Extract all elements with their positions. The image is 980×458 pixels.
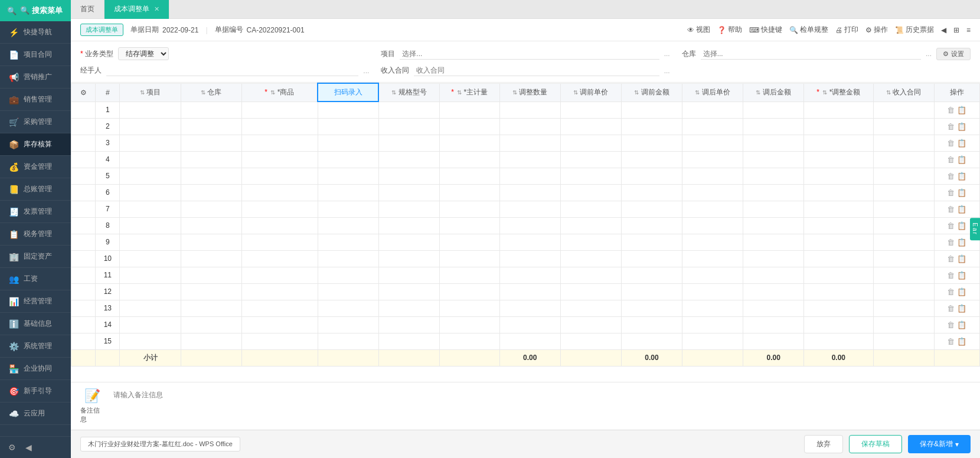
row-income-contract[interactable] — [873, 316, 934, 333]
row-product[interactable] — [241, 217, 318, 234]
row-amount-before[interactable] — [621, 135, 682, 151]
settings-icon[interactable]: ⚙ — [8, 443, 16, 452]
row-scan[interactable] — [318, 118, 378, 135]
row-spec[interactable] — [378, 267, 439, 283]
row-project[interactable] — [120, 300, 181, 316]
row-project[interactable] — [120, 250, 181, 267]
save-new-dropdown-icon[interactable]: ▾ — [955, 440, 959, 449]
row-copy-btn[interactable]: 📋 — [957, 106, 966, 114]
nav-grid-btn[interactable]: ⊞ — [953, 26, 959, 34]
row-scan[interactable] — [318, 168, 378, 184]
row-warehouse[interactable] — [181, 333, 241, 349]
row-product[interactable] — [241, 168, 318, 184]
row-unit[interactable] — [439, 184, 499, 201]
sidebar-item-tax-mgmt[interactable]: 📋 税务管理 — [0, 223, 71, 246]
row-price-after[interactable] — [682, 267, 743, 283]
row-amount-before[interactable] — [621, 267, 682, 283]
row-income-contract[interactable] — [873, 118, 934, 135]
row-amount-after[interactable] — [743, 102, 804, 118]
row-product[interactable] — [241, 267, 318, 283]
income-contract-dots[interactable]: ... — [664, 67, 670, 75]
row-project[interactable] — [120, 283, 181, 300]
collapse-icon[interactable]: ◀ — [25, 443, 32, 452]
table-row[interactable]: 12 🗑 📋 — [71, 283, 980, 300]
nav-prev-btn[interactable]: ◀ — [941, 26, 946, 34]
row-delete-btn[interactable]: 🗑 — [947, 188, 955, 197]
row-delete-btn[interactable]: 🗑 — [947, 106, 955, 114]
row-price-before[interactable] — [560, 300, 621, 316]
row-qty[interactable] — [499, 201, 560, 217]
table-row[interactable]: 14 🗑 📋 — [71, 316, 980, 333]
row-adjust-amount[interactable] — [804, 333, 873, 349]
row-scan[interactable] — [318, 135, 378, 151]
tab-home[interactable]: 首页 — [71, 0, 104, 19]
row-amount-before[interactable] — [621, 316, 682, 333]
row-copy-btn[interactable]: 📋 — [957, 155, 966, 164]
row-qty[interactable] — [499, 135, 560, 151]
row-income-contract[interactable] — [873, 217, 934, 234]
row-delete-btn[interactable]: 🗑 — [947, 271, 955, 280]
row-copy-btn[interactable]: 📋 — [957, 221, 966, 230]
th-product[interactable]: ⇅ *商品 — [241, 83, 318, 102]
sidebar-item-invoice-mgmt[interactable]: 🧾 发票管理 — [0, 201, 71, 223]
number-value[interactable]: CA-20220921-001 — [247, 26, 305, 34]
sidebar-item-inventory[interactable]: 📦 库存核算 — [0, 133, 71, 156]
th-price-before[interactable]: ⇅ 调前单价 — [560, 83, 621, 102]
row-price-before[interactable] — [560, 102, 621, 118]
row-warehouse[interactable] — [181, 201, 241, 217]
row-qty[interactable] — [499, 283, 560, 300]
row-spec[interactable] — [378, 151, 439, 168]
row-copy-btn[interactable]: 📋 — [957, 271, 966, 280]
row-unit[interactable] — [439, 168, 499, 184]
row-unit[interactable] — [439, 135, 499, 151]
row-amount-before[interactable] — [621, 300, 682, 316]
th-project[interactable]: ⇅ 项目 — [120, 83, 181, 102]
row-price-after[interactable] — [682, 250, 743, 267]
print-action[interactable]: 🖨 打印 — [835, 25, 858, 35]
row-warehouse[interactable] — [181, 316, 241, 333]
row-unit[interactable] — [439, 234, 499, 250]
row-delete-btn[interactable]: 🗑 — [947, 172, 955, 181]
row-amount-before[interactable] — [621, 184, 682, 201]
row-product[interactable] — [241, 201, 318, 217]
row-scan[interactable] — [318, 316, 378, 333]
row-unit[interactable] — [439, 283, 499, 300]
row-product[interactable] — [241, 135, 318, 151]
row-price-before[interactable] — [560, 283, 621, 300]
row-adjust-amount[interactable] — [804, 250, 873, 267]
row-spec[interactable] — [378, 316, 439, 333]
row-scan[interactable] — [318, 250, 378, 267]
check-order-action[interactable]: 🔍 检单规整 — [789, 25, 828, 35]
row-qty[interactable] — [499, 316, 560, 333]
history-action[interactable]: 📜 历史票据 — [895, 25, 934, 35]
row-spec[interactable] — [378, 168, 439, 184]
row-product[interactable] — [241, 234, 318, 250]
row-amount-before[interactable] — [621, 333, 682, 349]
th-settings[interactable]: ⚙ — [71, 83, 96, 102]
row-scan[interactable] — [318, 234, 378, 250]
settings-button[interactable]: ⚙ 设置 — [936, 48, 971, 60]
income-contract-input[interactable] — [414, 65, 659, 76]
sidebar-item-ops-mgmt[interactable]: 📊 经营管理 — [0, 290, 71, 313]
row-amount-before[interactable] — [621, 151, 682, 168]
row-product[interactable] — [241, 300, 318, 316]
row-project[interactable] — [120, 102, 181, 118]
row-warehouse[interactable] — [181, 184, 241, 201]
row-product[interactable] — [241, 151, 318, 168]
row-spec[interactable] — [378, 234, 439, 250]
business-type-select[interactable]: 结存调整 — [118, 47, 169, 60]
row-amount-before[interactable] — [621, 102, 682, 118]
table-row[interactable]: 8 🗑 📋 — [71, 217, 980, 234]
row-price-before[interactable] — [560, 184, 621, 201]
row-project[interactable] — [120, 217, 181, 234]
row-adjust-amount[interactable] — [804, 151, 873, 168]
th-price-after[interactable]: ⇅ 调后单价 — [682, 83, 743, 102]
row-income-contract[interactable] — [873, 102, 934, 118]
row-amount-after[interactable] — [743, 234, 804, 250]
row-project[interactable] — [120, 201, 181, 217]
row-price-after[interactable] — [682, 300, 743, 316]
sidebar-item-fixed-assets[interactable]: 🏢 固定资产 — [0, 246, 71, 268]
row-amount-after[interactable] — [743, 333, 804, 349]
row-unit[interactable] — [439, 267, 499, 283]
row-amount-after[interactable] — [743, 168, 804, 184]
